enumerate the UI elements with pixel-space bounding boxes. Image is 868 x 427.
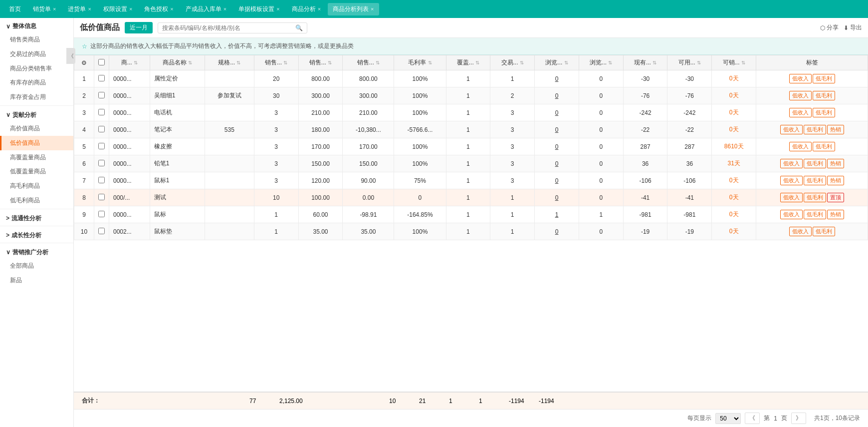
row-tags: 低收入低毛利热销: [756, 172, 868, 189]
period-button[interactable]: 近一月: [125, 22, 153, 33]
nav-purchase[interactable]: 进货单 ×: [63, 3, 96, 15]
row-browse1: 0: [535, 138, 579, 155]
sidebar-collapse-button[interactable]: 《: [66, 48, 75, 64]
col-name[interactable]: 商品名称 ⇅: [150, 55, 205, 70]
col-spec[interactable]: 规格... ⇅: [205, 55, 254, 70]
close-purchase-tab[interactable]: ×: [88, 6, 91, 12]
sidebar-group-overall[interactable]: ∨ 整体信息: [0, 18, 73, 32]
export-icon: ⬇: [844, 24, 849, 31]
sidebar-item-all-goods[interactable]: 全部商品: [0, 259, 73, 273]
row-checkbox[interactable]: [98, 126, 105, 132]
sidebar-item-traded-goods[interactable]: 交易过的商品: [0, 47, 73, 61]
browse1-value[interactable]: 0: [555, 160, 559, 167]
row-tags: 低收入低毛利热销: [756, 155, 868, 172]
page-suffix: 页: [781, 414, 787, 423]
col-settings[interactable]: ⚙: [74, 55, 94, 70]
share-button[interactable]: ⬡ 分享: [820, 23, 839, 32]
sidebar-item-high-value[interactable]: 高价值商品: [0, 121, 73, 136]
col-current[interactable]: 现有... ⇅: [623, 55, 667, 70]
sidebar-item-in-stock-goods[interactable]: 有库存的商品: [0, 75, 73, 90]
col-available[interactable]: 可用... ⇅: [667, 55, 712, 70]
col-code[interactable]: 商... ⇅: [109, 55, 150, 70]
browse1-value[interactable]: 0: [555, 194, 559, 201]
row-sales-qty: 1: [254, 206, 298, 223]
browse1-value[interactable]: 0: [555, 228, 559, 235]
close-sales-tab[interactable]: ×: [53, 6, 56, 12]
row-checkbox[interactable]: [98, 160, 105, 166]
row-code: 0002...: [109, 223, 150, 240]
col-sales-qty[interactable]: 销售... ⇅: [254, 55, 298, 70]
browse1-value[interactable]: 0: [555, 143, 559, 150]
export-button[interactable]: ⬇ 导出: [844, 23, 862, 32]
col-browse1[interactable]: 浏览... ⇅: [535, 55, 579, 70]
nav-sales[interactable]: 销货单 ×: [28, 3, 61, 15]
sidebar-group-growth[interactable]: > 成长性分析: [0, 227, 73, 242]
row-checkbox[interactable]: [98, 92, 105, 98]
row-checkbox[interactable]: [98, 75, 105, 81]
sidebar-group-circulation[interactable]: > 流通性分析: [0, 210, 73, 225]
col-sales-amt[interactable]: 销售... ⇅: [298, 55, 343, 70]
row-tags: 低收入低毛利: [756, 138, 868, 155]
select-all-checkbox[interactable]: [98, 59, 105, 65]
browse1-value[interactable]: 1: [555, 211, 559, 218]
search-icon[interactable]: 🔍: [295, 24, 303, 31]
row-checkbox[interactable]: [98, 143, 105, 149]
nav-goods-analysis[interactable]: 商品分析 ×: [287, 3, 326, 15]
nav-product-stock[interactable]: 产成品入库单 ×: [181, 3, 231, 15]
sidebar-item-sales-goods[interactable]: 销售类商品: [0, 32, 73, 47]
col-sales-amt2[interactable]: 销售... ⇅: [343, 55, 394, 70]
close-goods-analysis-tab[interactable]: ×: [318, 6, 321, 12]
sidebar-group-contribution[interactable]: ∨ 贡献分析: [0, 107, 73, 121]
next-page-button[interactable]: 》: [791, 413, 806, 424]
row-current: -106: [623, 172, 667, 189]
sidebar-item-high-margin[interactable]: 高毛利商品: [0, 179, 73, 193]
nav-home[interactable]: 首页: [4, 3, 26, 15]
row-available: -242: [667, 104, 712, 121]
row-browse2: 0: [579, 172, 623, 189]
sidebar-group-marketing[interactable]: ∨ 营销推广分析: [0, 244, 73, 259]
nav-goods-analysis-list[interactable]: 商品分析列表 ×: [328, 3, 379, 15]
row-gross-margin: -5766.6...: [394, 121, 446, 138]
sidebar-item-new-goods[interactable]: 新品: [0, 273, 73, 288]
browse1-value[interactable]: 0: [555, 109, 559, 116]
sidebar-item-high-coverage[interactable]: 高覆盖量商品: [0, 150, 73, 165]
nav-role[interactable]: 角色授权 ×: [139, 3, 178, 15]
data-table: ⚙ 商... ⇅ 商品名称 ⇅ 规格... ⇅ 销售... ⇅ 销售... ⇅ …: [74, 55, 868, 240]
browse1-value[interactable]: 0: [555, 126, 559, 133]
col-saleable[interactable]: 可销... ⇅: [712, 55, 756, 70]
page-size-select[interactable]: 50 100 200: [715, 413, 741, 424]
close-goods-analysis-list-tab[interactable]: ×: [371, 6, 374, 12]
prev-page-button[interactable]: 《: [745, 413, 760, 424]
row-checkbox[interactable]: [98, 177, 105, 183]
col-transaction[interactable]: 交易... ⇅: [490, 55, 535, 70]
close-permission-tab[interactable]: ×: [129, 6, 132, 12]
row-checkbox[interactable]: [98, 194, 105, 200]
close-role-tab[interactable]: ×: [170, 6, 173, 12]
browse1-value[interactable]: 0: [555, 92, 559, 99]
sidebar-item-low-value[interactable]: 低价值商品: [0, 136, 73, 150]
row-tags: 低收入低毛利置顶: [756, 189, 868, 206]
col-browse2[interactable]: 浏览... ⇅: [579, 55, 623, 70]
sidebar-item-low-coverage[interactable]: 低覆盖量商品: [0, 164, 73, 179]
col-gross-margin[interactable]: 毛利率 ⇅: [394, 55, 446, 70]
row-browse1: 0: [535, 155, 579, 172]
tag: 低收入: [780, 125, 803, 134]
sidebar-item-category-sales-rate[interactable]: 商品分类销售率: [0, 61, 73, 76]
browse1-value[interactable]: 0: [555, 177, 559, 184]
search-input[interactable]: [162, 24, 295, 31]
nav-template[interactable]: 单据模板设置 ×: [233, 3, 284, 15]
sidebar-item-low-margin[interactable]: 低毛利商品: [0, 193, 73, 208]
sidebar-item-stock-capital[interactable]: 库存资金占用: [0, 90, 73, 104]
close-product-stock-tab[interactable]: ×: [223, 6, 226, 12]
row-sales-amt: 150.00: [298, 155, 343, 172]
row-checkbox[interactable]: [98, 211, 105, 217]
col-coverage[interactable]: 覆盖... ⇅: [446, 55, 490, 70]
row-sales-amt2: 170.00: [343, 138, 394, 155]
share-icon: ⬡: [820, 24, 825, 31]
row-checkbox[interactable]: [98, 228, 105, 234]
row-checkbox[interactable]: [98, 109, 105, 115]
close-template-tab[interactable]: ×: [276, 6, 279, 12]
row-name: 鼠标: [150, 206, 205, 223]
nav-permission[interactable]: 权限设置 ×: [98, 3, 137, 15]
browse1-value[interactable]: 0: [555, 75, 559, 82]
